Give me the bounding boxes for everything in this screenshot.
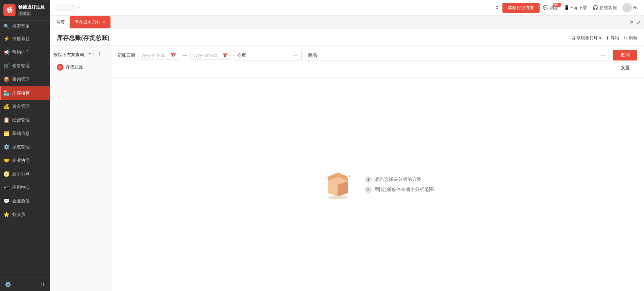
query-button[interactable]: 查询 <box>613 50 637 60</box>
sidebar-item-finance[interactable]: 💰 资金管理 <box>0 100 50 113</box>
logo-icon: 畅 <box>3 4 16 16</box>
user-name: Rit <box>633 5 639 10</box>
basic-icon: 🗂️ <box>3 130 9 137</box>
date-separator: — <box>182 53 187 58</box>
sidebar-item-label: 企业微信 <box>12 198 30 204</box>
sidebar-item-sales[interactable]: 🛒 销售管理 <box>0 59 50 73</box>
app-download-btn[interactable]: 📱 App下载 <box>564 5 587 11</box>
sidebar-item-system[interactable]: ⚙️ 系统管理 <box>0 140 50 154</box>
goods-input[interactable]: 商品 ··· <box>305 50 609 61</box>
svg-marker-9 <box>325 183 326 185</box>
settings-footer-icon[interactable]: ⚙️ <box>5 281 11 288</box>
warehouse-more-icon[interactable]: ··· <box>294 52 299 59</box>
date-end-input[interactable]: yyyy-mm-dd 📅 <box>190 51 231 60</box>
app-name: 畅捷通好生意 <box>18 4 45 10</box>
wechat-icon: 💬 <box>3 198 9 204</box>
calendar-start-icon: 📅 <box>171 53 176 58</box>
warehouse-label: 仓库 <box>237 52 246 58</box>
breadcrumb-app <box>55 4 76 11</box>
warehouse-input[interactable]: 仓库 ··· <box>234 50 302 61</box>
message-icon: 💬 <box>543 5 548 10</box>
print-chevron-icon: ▾ <box>599 35 601 41</box>
gear-button[interactable]: ⚙ <box>495 5 499 10</box>
sidebar-item-label: 快捷导航 <box>12 36 30 42</box>
tip-text-1: 请先选择要分析的方案 <box>374 176 422 183</box>
message-badge: 99+ <box>553 3 561 7</box>
trial-button[interactable]: 体验行业方案 <box>502 3 540 13</box>
refresh-button[interactable]: ↻ 刷新 <box>623 35 637 41</box>
svg-point-7 <box>325 177 327 178</box>
tip-num-1: 1 <box>365 176 372 183</box>
sidebar-item-wechat[interactable]: 💬 企业微信 <box>0 194 50 208</box>
query-settings-group: 查询 设置 <box>613 50 637 73</box>
sidebar-item-label: 畅会员 <box>12 212 25 218</box>
sidebar-item-purchase[interactable]: 📦 采购管理 <box>0 73 50 86</box>
svg-point-8 <box>349 175 351 177</box>
coop-icon: 🤝 <box>3 157 9 164</box>
sidebar-item-search[interactable]: 🔍 搜索菜单 <box>0 21 50 32</box>
sidebar-item-label: 采购管理 <box>12 76 30 82</box>
headset-icon: 🎧 <box>593 5 598 10</box>
sidebar-item-shortcut[interactable]: ⚡ 快捷导航 <box>0 32 50 46</box>
sidebar-item-marketing[interactable]: 📢 营销推广 <box>0 46 50 59</box>
right-panel: 记账日期 yyyy-mm-dd 📅 — yyyy-mm-dd 📅 仓库 <box>111 46 644 291</box>
page-header: 库存总账(存货总账) 🖨 按模板打印 ▾ ⬆ 导出 ↻ 刷新 <box>50 29 644 46</box>
user-avatar-area[interactable]: Rit <box>622 3 639 13</box>
scheme-item-icon: 存 <box>57 64 64 71</box>
date-start-placeholder: yyyy-mm-dd <box>142 53 166 58</box>
goods-more-icon[interactable]: ··· <box>601 52 606 59</box>
tabbar: 首页 库存成本总账 ✕ ✕ ⤢ <box>50 16 644 29</box>
date-start-input[interactable]: yyyy-mm-dd 📅 <box>139 51 179 60</box>
sidebar-item-label: 应用中心 <box>12 185 30 191</box>
goods-label: 商品 <box>308 52 317 58</box>
filter-add-button[interactable]: + <box>86 50 94 57</box>
export-icon: ⬆ <box>605 35 609 41</box>
sidebar-footer: ⚙️ ⏸ <box>0 277 50 291</box>
tab-inventory-ledger[interactable]: 库存成本总账 ✕ <box>70 16 110 28</box>
tabbar-expand-button[interactable]: ⤢ <box>637 20 641 25</box>
tab-close-icon[interactable]: ✕ <box>103 20 106 24</box>
empty-illustration <box>321 168 355 201</box>
online-support-btn[interactable]: 🎧 在线客服 <box>593 5 617 11</box>
sidebar-item-label: 库存核算 <box>12 90 30 96</box>
sidebar-item-vip[interactable]: ⭐ 畅会员 <box>0 208 50 221</box>
collapse-footer-icon[interactable]: ⏸ <box>40 282 45 288</box>
sidebar-item-basic[interactable]: 🗂️ 基础信息 <box>0 127 50 140</box>
refresh-icon: ↻ <box>623 35 627 41</box>
user-avatar <box>622 3 632 13</box>
tabbar-close-button[interactable]: ✕ <box>629 19 634 25</box>
filter-collapse-button[interactable]: ⟨ <box>96 50 103 57</box>
filter-controls: 记账日期 yyyy-mm-dd 📅 — yyyy-mm-dd 📅 仓库 <box>118 50 609 61</box>
empty-box-svg <box>321 168 355 201</box>
filter-area: 记账日期 yyyy-mm-dd 📅 — yyyy-mm-dd 📅 仓库 <box>111 46 644 78</box>
sidebar-item-coop[interactable]: 🤝 企业协同 <box>0 154 50 167</box>
filter-label: 按以下方案查询 <box>53 49 84 58</box>
vip-icon: ⭐ <box>3 212 9 218</box>
home-tab-label: 首页 <box>56 19 65 25</box>
active-tab-label: 库存成本总账 <box>74 19 101 25</box>
sidebar-item-label: 系统管理 <box>12 144 30 150</box>
main-area: ▾ ⚙ 体验行业方案 💬 消息 99+ 📱 App下载 🎧 在线客服 Rit <box>50 0 644 291</box>
tab-home[interactable]: 首页 <box>51 16 70 28</box>
sidebar-item-operation[interactable]: 📋 经营管理 <box>0 113 50 127</box>
sidebar: 畅 畅捷通好生意 标准版 🔍 搜索菜单 ⚡ 快捷导航 📢 营销推广 🛒 销售管理… <box>0 0 50 291</box>
tip-item-1: 1 请先选择要分析的方案 <box>365 176 434 183</box>
sidebar-item-inventory[interactable]: 🏪 库存核算 <box>0 86 50 100</box>
sidebar-item-label: 基础信息 <box>12 130 30 137</box>
breadcrumb: ▾ <box>55 4 492 11</box>
system-icon: ⚙️ <box>3 144 9 150</box>
marketing-icon: 📢 <box>3 49 9 55</box>
sidebar-item-appstore[interactable]: 📲 应用中心 <box>0 181 50 194</box>
empty-state-panel: 1 请先选择要分析的方案 2 用[过滤]条件来缩小分析范围 <box>111 78 644 291</box>
appstore-icon: 📲 <box>3 185 9 191</box>
sidebar-item-guide[interactable]: 🧭 新手引导 <box>0 167 50 181</box>
empty-tips: 1 请先选择要分析的方案 2 用[过滤]条件来缩小分析范围 <box>365 176 434 193</box>
scheme-item-ledger[interactable]: 存 存货总账 <box>53 61 107 73</box>
filter-header: 按以下方案查询 + ⟨ <box>53 49 107 58</box>
messages-btn[interactable]: 💬 消息 99+ <box>543 5 559 11</box>
empty-state: 1 请先选择要分析的方案 2 用[过滤]条件来缩小分析范围 <box>321 168 434 201</box>
finance-icon: 💰 <box>3 103 9 110</box>
settings-button[interactable]: 设置 <box>613 63 637 73</box>
print-button[interactable]: 🖨 按模板打印 ▾ <box>571 35 601 41</box>
export-button[interactable]: ⬆ 导出 <box>605 35 619 41</box>
